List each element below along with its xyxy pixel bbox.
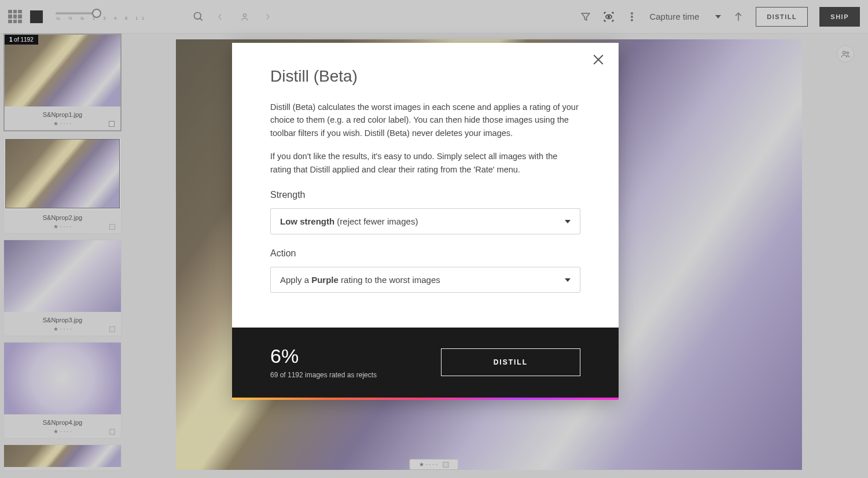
gradient-bar [232, 398, 619, 400]
action-section-label: Action [270, 248, 580, 259]
chevron-down-icon [565, 278, 571, 282]
strength-select[interactable]: Low strength (reject fewer images) [270, 208, 580, 234]
strength-section-label: Strength [270, 190, 580, 200]
strength-value: Low strength (reject fewer images) [280, 216, 418, 226]
reject-summary: 69 of 1192 images rated as rejects [270, 371, 377, 379]
modal-title: Distill (Beta) [270, 67, 580, 86]
action-value: Apply a Purple rating to the worst image… [280, 275, 440, 285]
distill-confirm-button[interactable]: DISTILL [441, 348, 580, 376]
action-select[interactable]: Apply a Purple rating to the worst image… [270, 267, 580, 293]
modal-footer: 6% 69 of 1192 images rated as rejects DI… [232, 328, 619, 400]
modal-paragraph: Distill (Beta) calculates the worst imag… [270, 101, 580, 139]
image-counter: 1 of 1192 [5, 35, 38, 45]
reject-percentage: 6% [270, 345, 377, 367]
chevron-down-icon [565, 220, 571, 223]
close-icon[interactable] [592, 53, 605, 66]
distill-modal: Distill (Beta) Distill (Beta) calculates… [232, 43, 619, 400]
modal-paragraph: If you don't like the results, it's easy… [270, 150, 580, 176]
